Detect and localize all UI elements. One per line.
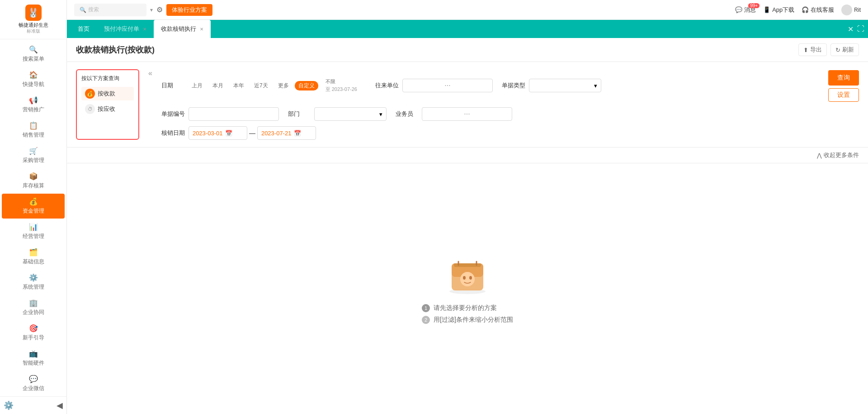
offset-date-end[interactable]: 2023-07-21 📅 (257, 126, 316, 140)
voucher-num-input[interactable] (189, 107, 279, 121)
offset-date-label: 核销日期 (161, 129, 185, 137)
refresh-btn[interactable]: ↻ 刷新 (830, 43, 859, 56)
sidebar-item-purchase[interactable]: 🛒 采购管理 (2, 143, 65, 168)
sidebar-item-smart-hw[interactable]: 📺 智能硬件 (2, 346, 65, 371)
staff-label: 业务员 (396, 110, 418, 118)
sidebar-logo: 🐰 畅捷通好生意 标准版 (0, 0, 66, 39)
sales-icon: 📋 (29, 121, 38, 130)
sidebar-item-wechat[interactable]: 💬 企业微信 (2, 371, 65, 396)
message-icon: 💬 (735, 6, 742, 13)
expand-tab-btn[interactable]: ⛶ (857, 25, 864, 33)
collapse-sidebar-icon[interactable]: ◀ (57, 400, 63, 410)
filter-panel-title: 按以下方案查询 (81, 75, 134, 82)
date-custom-badge[interactable]: 自定义 (295, 81, 318, 90)
page-body: 收款核销执行(按收款) ⬆ 导出 ↻ 刷新 按以下方案查询 💰 按收款 (67, 38, 868, 414)
by-receivable-label: 按应收 (98, 105, 115, 113)
empty-state: 1 请先选择要分析的方案 2 用[过滤]条件来缩小分析范围 (67, 163, 868, 414)
refresh-icon: ↻ (835, 47, 840, 53)
collapse-filter-icon[interactable]: « (146, 69, 154, 140)
filter-date-item: 日期 上月 本月 本年 近7天 更多 自定义 不限 至 2023-07-26 (161, 78, 357, 93)
sidebar-item-quick-nav[interactable]: 🏠 快捷导航 (2, 67, 65, 92)
voucher-type-select[interactable]: ▾ (529, 79, 601, 92)
sidebar-item-operation[interactable]: 📊 经营管理 (2, 219, 65, 244)
tab-collection-close[interactable]: ✕ (200, 27, 203, 32)
filter-voucher-num-item: 单据编号 (161, 107, 279, 121)
tab-collection[interactable]: 收款核销执行 ✕ (154, 20, 211, 38)
date-last-month-btn[interactable]: 上月 (188, 81, 207, 91)
app-download-btn[interactable]: 📱 App下载 (763, 6, 794, 14)
staff-input[interactable]: ··· (422, 107, 512, 121)
logo-text: 畅捷通好生意 (19, 22, 48, 28)
filter-option-by-receivable[interactable]: ⏱ 按应收 (81, 102, 134, 116)
search-placeholder: 搜索 (88, 6, 99, 14)
offset-date-start[interactable]: 2023-03-01 📅 (189, 126, 247, 140)
tab-home[interactable]: 首页 (71, 20, 97, 38)
topbar-search[interactable]: 🔍 搜索 (74, 4, 146, 16)
sidebar-item-inventory[interactable]: 📦 库存核算 (2, 168, 65, 193)
logo-icon: 🐰 (25, 5, 42, 21)
partner-input[interactable]: ··· (402, 79, 493, 92)
sidebar-item-enterprise[interactable]: 🏢 企业协同 (2, 295, 65, 320)
date-this-month-btn[interactable]: 本月 (208, 81, 227, 91)
query-btn[interactable]: 查询 (828, 70, 859, 86)
empty-illustration (440, 250, 495, 295)
filter-right-panel: 日期 上月 本月 本年 近7天 更多 自定义 不限 至 2023-07-26 (161, 69, 859, 140)
sidebar-item-guide[interactable]: 🎯 新手引导 (2, 320, 65, 345)
message-btn[interactable]: 💬 消息 99+ (735, 6, 756, 14)
step-1-num: 1 (422, 304, 430, 312)
empty-step-2: 2 用[过滤]条件来缩小分析范围 (422, 316, 513, 324)
date-to-label: 至 2023-07-26 (326, 86, 357, 93)
topbar-gear-icon[interactable]: ⚙ (156, 5, 163, 14)
filter-option-by-receipt[interactable]: 💰 按收款 (81, 87, 134, 100)
topbar-right: 💬 消息 99+ 📱 App下载 🎧 在线客服 Rit (735, 5, 861, 15)
user-menu[interactable]: Rit (841, 5, 861, 15)
sidebar-item-search-menu[interactable]: 🔍 搜索菜单 (2, 42, 65, 67)
export-btn[interactable]: ⬆ 导出 (798, 43, 827, 56)
sidebar-item-basic-info[interactable]: 🗂️ 基础信息 (2, 244, 65, 269)
date-more-btn[interactable]: 更多 (274, 81, 293, 91)
date-dash: — (249, 129, 255, 137)
user-avatar (841, 5, 852, 15)
offset-date-end-value: 2023-07-21 (261, 130, 292, 137)
filter-row-1: 日期 上月 本月 本年 近7天 更多 自定义 不限 至 2023-07-26 (161, 69, 859, 102)
filter-voucher-type-item: 单据类型 ▾ (502, 79, 601, 92)
sidebar-item-finance[interactable]: 💰 资金管理 (2, 194, 65, 219)
online-service-btn[interactable]: 🎧 在线客服 (802, 6, 834, 14)
operation-icon: 📊 (29, 223, 38, 231)
date-this-year-btn[interactable]: 本年 (229, 81, 248, 91)
main-content: 🔍 搜索 ▾ ⚙ 体验行业方案 💬 消息 99+ 📱 App下载 🎧 在线客服 (67, 0, 868, 414)
filter-area: 按以下方案查询 💰 按收款 ⏱ 按应收 « 日期 上月 (67, 62, 868, 148)
sidebar-item-system[interactable]: ⚙️ 系统管理 (2, 270, 65, 295)
search-menu-icon: 🔍 (29, 45, 38, 54)
sidebar-item-sales[interactable]: 📋 销售管理 (2, 118, 65, 143)
sidebar-item-marketing[interactable]: 📢 营销推广 (2, 92, 65, 117)
tab-home-label: 首页 (78, 25, 90, 33)
filter-dept-item: 部门 ▾ (288, 107, 387, 121)
collapse-more-bar[interactable]: ⋀ 收起更多条件 (67, 148, 868, 163)
collapse-more-icon: ⋀ (817, 152, 822, 159)
service-label: 在线客服 (811, 6, 834, 14)
app-icon: 📱 (763, 6, 770, 13)
filter-staff-item: 业务员 ··· (396, 107, 512, 121)
tab-prepay-close[interactable]: ✕ (143, 27, 146, 32)
by-receipt-label: 按收款 (98, 90, 115, 98)
industry-btn[interactable]: 体验行业方案 (166, 4, 212, 16)
topbar-dropdown-icon[interactable]: ▾ (150, 7, 153, 13)
voucher-num-label: 单据编号 (161, 110, 185, 118)
export-icon: ⬆ (803, 47, 808, 53)
close-tab-btn[interactable]: ✕ (848, 25, 854, 33)
settings-btn[interactable]: 设置 (828, 88, 859, 102)
settings-icon[interactable]: ⚙️ (4, 400, 14, 410)
empty-svg (440, 250, 495, 295)
tab-prepay[interactable]: 预付冲应付单 ✕ (97, 20, 154, 38)
svg-point-4 (460, 272, 475, 286)
filter-row-2: 单据编号 部门 ▾ 业务员 ··· (161, 107, 859, 121)
empty-step-1: 1 请先选择要分析的方案 (422, 304, 513, 312)
app-label: App下载 (772, 6, 794, 14)
offset-date-range: 2023-03-01 📅 — 2023-07-21 📅 (189, 126, 316, 140)
dept-select[interactable]: ▾ (314, 107, 387, 121)
date-no-limit: 不限 (326, 78, 357, 85)
enterprise-icon: 🏢 (29, 299, 38, 307)
page-header-actions: ⬆ 导出 ↻ 刷新 (798, 43, 859, 62)
date-7-days-btn[interactable]: 近7天 (250, 81, 272, 91)
